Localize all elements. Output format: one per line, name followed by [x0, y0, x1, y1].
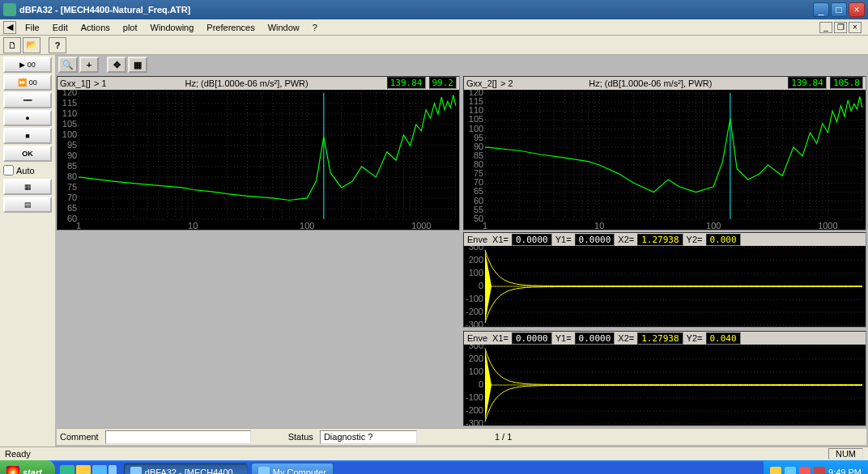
- env1-y2-label: Y2=: [685, 235, 704, 244]
- task-button[interactable]: dBFA32 - [MECH4400...: [123, 463, 248, 474]
- menu-?[interactable]: ?: [306, 21, 324, 34]
- menu-plot[interactable]: plot: [117, 21, 144, 34]
- child-minimize-button[interactable]: _: [819, 22, 832, 33]
- tray-network-icon[interactable]: [785, 467, 796, 474]
- child-close-button[interactable]: ×: [849, 22, 862, 33]
- menu-preferences[interactable]: Preferences: [200, 21, 261, 34]
- chart-gxx1-readout2: 99.2: [429, 77, 457, 89]
- ql-ie-icon[interactable]: [60, 465, 74, 474]
- tool-grid-button[interactable]: ▦: [128, 57, 147, 73]
- env2-name: Enve: [466, 333, 489, 343]
- chart-gxx2-plot[interactable]: 5055606570758085909510010511011512011010…: [464, 90, 866, 231]
- env2-x1: 0.0000: [512, 332, 552, 345]
- child-restore-button[interactable]: ❐: [834, 22, 847, 33]
- maximize-button[interactable]: □: [831, 2, 847, 17]
- svg-text:75: 75: [474, 168, 483, 178]
- extra-btn-1[interactable]: ▦: [3, 179, 52, 195]
- menu-file[interactable]: File: [19, 21, 46, 34]
- clock[interactable]: 9:49 PM: [828, 468, 862, 474]
- titlebar: dBFA32 - [MECH4400-Natural_Freq.ATR] _ □…: [0, 0, 868, 19]
- rec-dot-button[interactable]: ●: [3, 110, 52, 126]
- task-icon: [130, 467, 142, 474]
- chart-gxx2-gt: > 2: [500, 78, 513, 88]
- chart-gxx2-header: Gxx_2[] > 2 Hz; (dB[1.000e-06 m/s²], PWR…: [464, 77, 866, 90]
- svg-text:1: 1: [483, 220, 487, 230]
- auto-checkbox[interactable]: [3, 165, 14, 176]
- svg-text:115: 115: [469, 96, 483, 106]
- rec-stop-button[interactable]: ■: [3, 128, 52, 144]
- chart-gxx1[interactable]: Gxx_1[] > 1 Hz; (dB[1.000e-06 m/s²], PWR…: [57, 76, 460, 231]
- svg-text:1000: 1000: [411, 220, 431, 230]
- svg-text:80: 80: [67, 171, 77, 180]
- chart-gxx1-plot[interactable]: 6065707580859095100105110115120110100100…: [57, 90, 459, 231]
- svg-text:300: 300: [469, 345, 483, 350]
- ql-chevron-icon[interactable]: [108, 465, 117, 474]
- svg-text:10: 10: [594, 220, 604, 230]
- svg-text:100: 100: [706, 220, 721, 230]
- tray-shield-icon[interactable]: [770, 467, 781, 474]
- svg-text:75: 75: [67, 181, 77, 191]
- svg-text:200: 200: [469, 353, 483, 363]
- extra-btn-2[interactable]: ▤: [3, 197, 52, 213]
- svg-text:-100: -100: [466, 392, 483, 402]
- comment-field[interactable]: [105, 430, 251, 444]
- close-button[interactable]: ×: [849, 2, 865, 17]
- envelope-1[interactable]: Enve X1= 0.0000 Y1= 0.0000 X2= 1.27938 Y…: [463, 232, 866, 328]
- tray-av-icon[interactable]: [814, 467, 825, 474]
- env1-x2-label: X2=: [616, 235, 636, 244]
- comment-label: Comment: [60, 432, 99, 442]
- svg-text:95: 95: [67, 139, 77, 149]
- inner-statusbar: Comment Status Diagnostic ? 1 / 1: [57, 428, 866, 445]
- tool-zoom-button[interactable]: 🔍: [58, 57, 78, 73]
- ql-explorer-icon[interactable]: [76, 465, 91, 474]
- menu-window[interactable]: Window: [262, 21, 306, 34]
- envelope-1-plot[interactable]: 3002001000-100-200-300: [464, 246, 866, 327]
- auto-label: Auto: [16, 166, 35, 176]
- menu-back-icon[interactable]: ◀: [3, 21, 16, 34]
- auto-checkbox-row[interactable]: Auto: [3, 163, 52, 177]
- chart-gxx2[interactable]: Gxx_2[] > 2 Hz; (dB[1.000e-06 m/s²], PWR…: [463, 76, 866, 231]
- rec-bar-button[interactable]: ━━: [3, 92, 52, 108]
- menu-windowing[interactable]: Windowing: [144, 21, 201, 34]
- svg-text:-200: -200: [466, 307, 483, 316]
- app-icon: [3, 3, 16, 16]
- task-button[interactable]: My Computer: [251, 463, 334, 474]
- svg-text:-300: -300: [466, 320, 483, 327]
- svg-text:100: 100: [469, 366, 483, 376]
- svg-text:300: 300: [469, 246, 483, 252]
- menu-actions[interactable]: Actions: [74, 21, 117, 34]
- ok-button[interactable]: OK: [3, 146, 52, 162]
- task-label: dBFA32 - [MECH4400...: [145, 468, 240, 474]
- envelope-2-plot[interactable]: 3002001000-100-200-300: [464, 345, 866, 425]
- tray-volume-icon[interactable]: [799, 467, 811, 474]
- status-ready: Ready: [5, 449, 31, 459]
- windows-logo-icon: [6, 466, 19, 474]
- start-label: start: [23, 468, 42, 474]
- svg-text:90: 90: [474, 141, 483, 150]
- open-button[interactable]: 📂: [23, 37, 40, 53]
- new-button[interactable]: 🗋: [3, 37, 21, 53]
- env2-x1-label: X1=: [491, 333, 510, 343]
- minimize-button[interactable]: _: [813, 2, 829, 17]
- menu-edit[interactable]: Edit: [46, 21, 74, 34]
- tool-plus-button[interactable]: +: [79, 57, 99, 73]
- svg-text:115: 115: [62, 98, 77, 108]
- svg-text:60: 60: [474, 195, 483, 205]
- envelope-2[interactable]: Enve X1= 0.0000 Y1= 0.0000 X2= 1.27938 Y…: [463, 331, 866, 426]
- svg-text:0: 0: [479, 281, 483, 290]
- svg-text:1000: 1000: [818, 220, 837, 230]
- rec-ff-button[interactable]: ⏩ 00: [3, 74, 52, 91]
- chart-gxx1-units: Hz; (dB[1.000e-06 m/s²], PWR): [110, 78, 384, 88]
- ql-desktop-icon[interactable]: [92, 465, 107, 474]
- rec-play-button[interactable]: ▶ 00: [3, 57, 52, 73]
- help-button[interactable]: ?: [49, 37, 66, 53]
- env2-x2: 1.27938: [637, 332, 683, 345]
- svg-text:100: 100: [62, 129, 77, 138]
- svg-text:100: 100: [469, 268, 483, 277]
- env1-name: Enve: [466, 235, 489, 244]
- tool-move-button[interactable]: ✥: [107, 57, 126, 73]
- svg-text:110: 110: [62, 108, 77, 118]
- start-button[interactable]: start: [0, 460, 55, 474]
- bottom-left-empty: [57, 232, 460, 426]
- chart-gxx1-gt: > 1: [94, 78, 107, 88]
